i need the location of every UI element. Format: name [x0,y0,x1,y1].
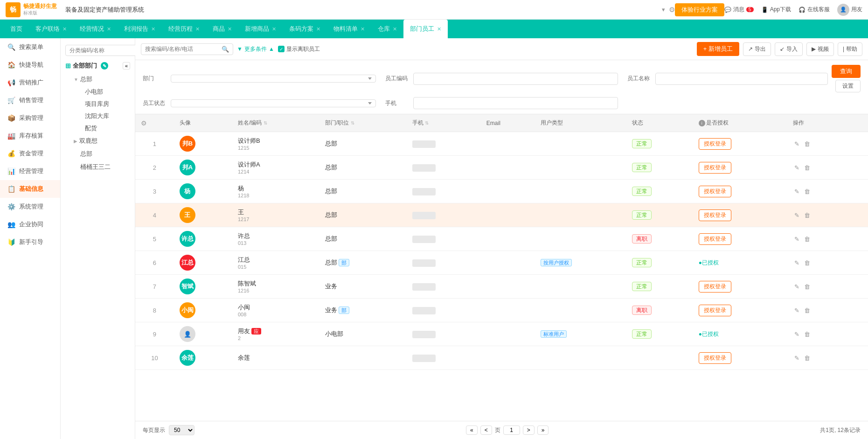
add-employee-btn[interactable]: + 新增员工 [697,42,739,56]
show-inactive-checkbox[interactable]: ✓ [278,46,285,52]
auth-login-btn[interactable]: 授权登录 [699,281,731,293]
filter-search-btn[interactable]: 查询 [832,65,861,78]
sidebar-item-basic[interactable]: 📋 基础信息 [0,180,60,198]
row-name: 设计师A 1214 [232,156,319,180]
tab-bom[interactable]: 物料清单✕ [327,20,371,38]
edit-btn[interactable]: ✎ [794,236,799,243]
search-input[interactable] [145,46,220,52]
sidebar-item-quicknav[interactable]: 🏠 快捷导航 [0,56,60,74]
delete-btn[interactable]: 🗑 [804,212,810,219]
search-submit-icon[interactable]: 🔍 [222,46,229,53]
dropdown-icon[interactable]: ▾ [662,6,665,13]
dept-node-shuangluxiang[interactable]: ▶ 双鹿想 [64,134,135,147]
delete-btn[interactable]: 🗑 [804,236,810,243]
tab-home[interactable]: 首页 [4,20,29,38]
edit-btn[interactable]: ✎ [794,164,799,171]
auth-login-btn[interactable]: 授权登录 [699,352,731,364]
sidebar-item-system[interactable]: ⚙️ 系统管理 [0,198,60,216]
auth-login-btn[interactable]: 授权登录 [699,209,731,221]
edit-btn[interactable]: ✎ [794,140,799,147]
delete-btn[interactable]: 🗑 [804,331,810,338]
dept-child-peihuo[interactable]: 配货 [72,122,135,134]
message-btn[interactable]: 💬 消息 5 [724,6,754,14]
col-phone[interactable]: 手机 ⇅ [407,114,481,132]
dept-child-xiaodian[interactable]: 小电部 [72,86,135,98]
auth-login-btn[interactable]: 授权登录 [699,186,731,197]
delete-btn[interactable]: 🗑 [804,188,810,195]
dept-child-project[interactable]: 项目库房 [72,98,135,110]
edit-btn[interactable]: ✎ [794,331,799,338]
sidebar-item-search[interactable]: 🔍 搜索菜单 [0,38,60,56]
try-button[interactable]: 体验行业方案 [675,3,724,16]
col-gear[interactable]: ⚙ [135,114,174,132]
tab-goods[interactable]: 商品✕ [206,20,238,38]
tab-profit[interactable]: 利润报告✕ [118,20,162,38]
filter-dept-select[interactable] [171,75,376,83]
collapse-tree-btn[interactable]: « [123,62,130,70]
filter-more-btn[interactable]: ▼ 更多条件 ▲ [237,45,274,53]
tab-history[interactable]: 经营历程✕ [162,20,206,38]
dept-node-general[interactable]: ▼ 总部 [64,73,135,86]
sidebar-item-marketing[interactable]: 📢 营销推广 [0,74,60,91]
tab-operation[interactable]: 经营情况✕ [73,20,118,38]
first-page-btn[interactable]: « [466,425,478,435]
service-btn[interactable]: 🎧 在线客服 [799,6,830,14]
sidebar-item-management[interactable]: 📊 经营管理 [0,162,60,180]
tab-customer[interactable]: 客户联络✕ [29,20,73,38]
auth-login-btn[interactable]: 授权登录 [699,138,731,150]
dept-node-zongbu[interactable]: 总部 [64,147,135,160]
sidebar-item-sales[interactable]: 🛒 销售管理 [0,91,60,109]
auth-login-btn[interactable]: 授权登录 [699,233,731,245]
edit-dept-icon[interactable]: ✎ [101,62,108,70]
show-inactive-btn[interactable]: ✓ 显示离职员工 [278,45,320,53]
tab-dept-emp[interactable]: 部门员工✕ [403,20,448,38]
delete-btn[interactable]: 🗑 [804,283,810,290]
edit-btn[interactable]: ✎ [794,283,799,290]
col-dept[interactable]: 部门/职位 ⇅ [319,114,407,132]
sidebar-item-finance[interactable]: 💰 资金管理 [0,145,60,162]
auth-login-btn[interactable]: 授权登录 [699,305,731,316]
gear-top-icon[interactable]: ⚙ [669,6,675,14]
page-input[interactable] [503,425,520,435]
last-page-btn[interactable]: » [537,425,549,435]
delete-btn[interactable]: 🗑 [804,259,810,266]
sidebar-item-guide[interactable]: 🔰 新手引导 [0,233,60,251]
dept-node-tongwang[interactable]: 桶桶王三二 [64,160,135,174]
auth-login-btn[interactable]: 授权登录 [699,162,731,174]
col-name[interactable]: 姓名/编码 ⇅ [232,114,319,132]
next-page-btn[interactable]: > [523,425,535,435]
edit-btn[interactable]: ✎ [794,259,799,266]
view-btn[interactable]: ▶ 视频 [806,42,834,56]
delete-btn[interactable]: 🗑 [804,307,810,314]
sidebar-item-collab[interactable]: 👥 企业协同 [0,216,60,233]
user-btn[interactable]: 👤 用友 [837,4,862,16]
dept-all[interactable]: ⊞ 全部部门 ✎ « [61,59,135,73]
dept-search-input[interactable] [65,45,144,56]
filter-phone-input[interactable] [413,97,618,109]
filter-empcode-input[interactable] [413,73,618,85]
delete-btn[interactable]: 🗑 [804,164,810,171]
sidebar-item-purchase[interactable]: 📦 采购管理 [0,109,60,127]
edit-btn[interactable]: ✎ [794,307,799,314]
filter-set-btn[interactable]: 设置 [835,80,861,92]
app-download-btn[interactable]: 📱 App下载 [761,6,791,14]
sidebar-item-inventory[interactable]: 🏭 库存核算 [0,127,60,145]
tab-barcode[interactable]: 条码方案✕ [283,20,327,38]
tab-warehouse[interactable]: 仓库✕ [371,20,403,38]
dept-child-shenyang[interactable]: 沈阳大库 [72,110,135,122]
filter-status-select[interactable] [171,99,376,107]
prev-page-btn[interactable]: < [480,425,492,435]
edit-btn[interactable]: ✎ [794,188,799,195]
row-index: 4 [135,203,174,227]
filter-empname-input[interactable] [655,73,828,85]
per-page-select[interactable]: 50 100 200 [169,425,194,435]
import-btn[interactable]: ↙ 导入 [775,42,803,56]
export-btn[interactable]: ↗ 导出 [743,42,771,56]
tab-new-goods[interactable]: 新增商品✕ [238,20,283,38]
delete-btn[interactable]: 🗑 [804,355,810,362]
help-btn[interactable]: | 帮助 [838,42,862,56]
table-gear-icon[interactable]: ⚙ [141,119,147,127]
delete-btn[interactable]: 🗑 [804,140,810,147]
edit-btn[interactable]: ✎ [794,212,799,219]
edit-btn[interactable]: ✎ [794,355,799,362]
